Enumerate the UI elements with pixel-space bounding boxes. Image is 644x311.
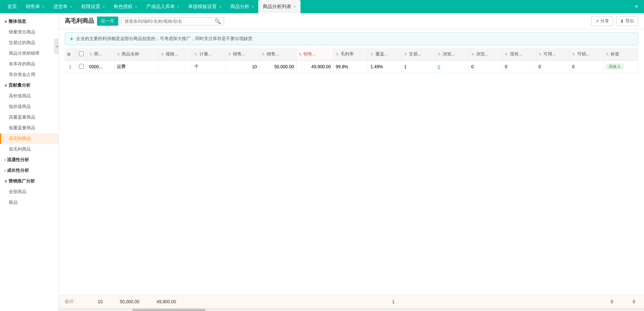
footer-sales-qty: 10 xyxy=(83,299,105,304)
sidebar-item-in-stock[interactable]: 有库存的商品 xyxy=(0,59,58,69)
export-icon: ⬇ xyxy=(620,19,624,24)
sort-sales-qty-icon: ⇅ xyxy=(228,52,231,56)
share-icon: ↗ xyxy=(595,19,599,24)
search-icon[interactable]: 🔍 xyxy=(215,18,221,24)
sidebar-collapse-button[interactable]: « xyxy=(54,39,59,54)
sidebar-section-marketing[interactable]: ∨ 营销推广分析 xyxy=(0,176,58,187)
row-checkbox[interactable] xyxy=(79,64,84,69)
sidebar-item-low-value[interactable]: 低价值商品 xyxy=(0,101,58,112)
col-browse2[interactable]: ⇅ 浏览... xyxy=(469,48,503,61)
sidebar-section-overall[interactable]: ∨ 整体信息 xyxy=(0,16,58,27)
close-role-auth-icon[interactable]: × xyxy=(135,4,137,9)
nav-purchase-order[interactable]: 进货单 × xyxy=(49,0,76,13)
content-area: 高毛利商品 近一月 🔍 ↗ 分享 ⬇ 导出 ✦ 企业的主要的利润都是这部分商品创… xyxy=(59,13,644,311)
row-transaction: 1 xyxy=(402,61,435,73)
sidebar-item-traded-products[interactable]: 交易过的商品 xyxy=(0,37,58,48)
nav-product-storage[interactable]: 产成品入库单 × xyxy=(142,0,184,13)
content-header: 高毛利商品 近一月 🔍 ↗ 分享 ⬇ 导出 xyxy=(59,13,644,29)
close-purchase-order-icon[interactable]: × xyxy=(70,4,72,9)
footer-available-stock: 0 xyxy=(616,299,638,304)
col-sales-amount[interactable]: ⇅ 销售... xyxy=(259,48,296,61)
col-coverage[interactable]: ⇅ 覆盖... xyxy=(368,48,402,61)
sidebar-item-low-margin[interactable]: 低毛利商品 xyxy=(0,144,58,155)
sidebar-item-all-products[interactable]: 全部商品 xyxy=(0,187,58,197)
sidebar-item-stock-capital[interactable]: 库存资金占用 xyxy=(0,69,58,80)
col-checkbox[interactable] xyxy=(76,48,87,61)
sidebar-item-category-assist[interactable]: 商品分类助销率 xyxy=(0,48,58,59)
sidebar-section-growth[interactable]: › 成长性分析 xyxy=(0,165,58,176)
nav-product-analysis-list[interactable]: 商品分析列表 × xyxy=(258,0,300,13)
close-permission-icon[interactable]: × xyxy=(102,4,105,9)
sidebar-section-liquidity[interactable]: › 流通性分析 xyxy=(0,155,58,165)
footer-label: 合计: xyxy=(65,299,75,305)
close-product-analysis-icon[interactable]: × xyxy=(252,4,254,9)
export-button[interactable]: ⬇ 导出 xyxy=(616,16,638,26)
filter-recent-month-button[interactable]: 近一月 xyxy=(97,17,118,26)
row-saleable-stock: 0 xyxy=(570,61,604,73)
close-all-tabs-button[interactable]: × xyxy=(632,3,641,10)
select-all-checkbox[interactable] xyxy=(79,51,84,56)
col-settings[interactable]: ⚙ xyxy=(65,48,76,61)
col-available-stock[interactable]: ⇅ 可用... xyxy=(536,48,570,61)
sort-unit-icon: ⇅ xyxy=(194,52,197,56)
row-coverage: 1.49% xyxy=(368,61,402,73)
sort-sales-profit-icon: ⇅ xyxy=(299,52,302,56)
col-gross-margin[interactable]: ⇅ 毛利率 xyxy=(333,48,368,61)
row-tag: 高收入 xyxy=(603,61,638,73)
nav-template-settings[interactable]: 单据模板设置 × xyxy=(184,0,226,13)
table-container[interactable]: ⚙ ⇅ 商... ⇅ 商品名称 xyxy=(59,48,644,295)
close-sales-order-icon[interactable]: × xyxy=(42,4,44,9)
row-gross-margin: 99.8% xyxy=(333,61,368,73)
sort-name-icon: ⇅ xyxy=(117,52,120,56)
col-browse1[interactable]: ⇅ 浏览... xyxy=(435,48,469,61)
sidebar-item-low-coverage[interactable]: 低覆盖量商品 xyxy=(0,123,58,133)
sidebar-item-high-value[interactable]: 高价值商品 xyxy=(0,91,58,101)
main-container: ∨ 整体信息 销量突出商品 交易过的商品 商品分类助销率 有库存的商品 库存资金… xyxy=(0,13,644,311)
search-input[interactable] xyxy=(125,19,215,24)
nav-product-analysis[interactable]: 商品分析 × xyxy=(226,0,258,13)
nav-sales-order[interactable]: 销售单 × xyxy=(21,0,49,13)
row-browse1[interactable]: 0 xyxy=(435,61,469,73)
sort-browse2-icon: ⇅ xyxy=(471,52,474,56)
sidebar-item-high-margin[interactable]: 高毛利商品 xyxy=(0,133,58,144)
col-saleable-stock[interactable]: ⇅ 可销... xyxy=(570,48,604,61)
sidebar-item-high-coverage[interactable]: 高覆盖量商品 xyxy=(0,112,58,123)
close-product-storage-icon[interactable]: × xyxy=(177,4,179,9)
scrollbar-thumb[interactable] xyxy=(132,309,206,311)
horizontal-scrollbar[interactable] xyxy=(59,308,644,311)
nav-permission-settings[interactable]: 权限设置 × xyxy=(77,0,109,13)
col-sales-profit[interactable]: ⇅ 销售... xyxy=(296,48,334,61)
col-code[interactable]: ⇅ 商... xyxy=(87,48,114,61)
footer-bar: 合计: 10 50,000.00 49,900.00 1 0 0 xyxy=(59,295,644,308)
close-template-icon[interactable]: × xyxy=(219,4,221,9)
col-tag[interactable]: ⇅ 标签 xyxy=(603,48,638,61)
footer-transaction: 1 xyxy=(375,299,397,304)
page-title: 高毛利商品 xyxy=(65,17,94,25)
sidebar-section-contribution[interactable]: ∨ 贡献量分析 xyxy=(0,80,58,91)
col-name[interactable]: ⇅ 商品名称 xyxy=(114,48,158,61)
col-transaction[interactable]: ⇅ 交易... xyxy=(402,48,435,61)
sort-current-stock-icon: ⇅ xyxy=(505,52,508,56)
arrow-growth-icon: › xyxy=(4,169,6,173)
col-current-stock[interactable]: ⇅ 现有... xyxy=(503,48,536,61)
col-sales-qty[interactable]: ⇅ 销售... xyxy=(226,48,259,61)
sort-available-stock-icon: ⇅ xyxy=(539,52,542,56)
sidebar-item-hot-products[interactable]: 销量突出商品 xyxy=(0,27,58,37)
nav-role-auth[interactable]: 角色授权 × xyxy=(109,0,141,13)
sidebar: ∨ 整体信息 销量突出商品 交易过的商品 商品分类助销率 有库存的商品 库存资金… xyxy=(0,13,59,311)
sort-sales-amount-icon: ⇅ xyxy=(262,52,265,56)
sort-spec-icon: ⇅ xyxy=(161,52,164,56)
col-unit[interactable]: ⇅ 计量... xyxy=(192,48,226,61)
col-spec[interactable]: ⇅ 规格... xyxy=(158,48,192,61)
share-button[interactable]: ↗ 分享 xyxy=(591,16,613,26)
arrow-liquidity-icon: › xyxy=(4,158,6,162)
close-product-analysis-list-icon[interactable]: × xyxy=(294,4,296,9)
nav-home[interactable]: 首页 xyxy=(3,0,21,13)
sidebar-item-new-products[interactable]: 新品 xyxy=(0,197,58,208)
row-code: 0000... xyxy=(87,61,114,73)
footer-sales-profit: 49,900.00 xyxy=(142,299,179,304)
row-browse2: 0 xyxy=(469,61,503,73)
sort-tag-icon: ⇅ xyxy=(606,52,609,56)
row-checkbox-cell[interactable] xyxy=(76,61,87,73)
table-row: 1 0000... 运费 xyxy=(65,61,638,73)
